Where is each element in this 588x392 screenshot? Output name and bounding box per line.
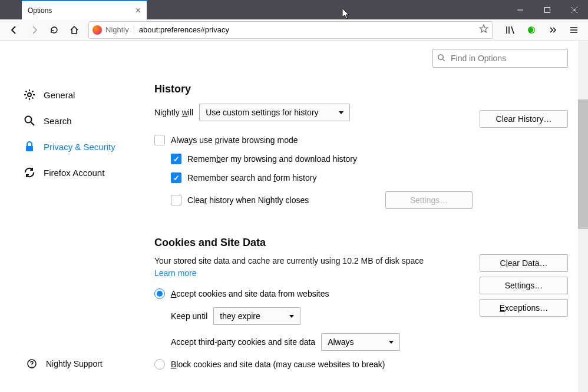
- library-button[interactable]: [501, 21, 520, 39]
- history-heading: History: [154, 83, 473, 95]
- reload-button[interactable]: [45, 21, 64, 39]
- history-mode-dropdown[interactable]: Use custom settings for history: [199, 104, 350, 121]
- remember-browsing-label: Remember my browsing and download histor…: [187, 154, 357, 164]
- svg-rect-1: [545, 7, 550, 12]
- clear-on-close-label: Clear history when Nightly closes: [187, 195, 332, 205]
- preferences-main: History Nightly will Use custom settings…: [141, 41, 588, 392]
- gear-icon: [24, 89, 35, 101]
- scrollbar-thumb[interactable]: [578, 99, 588, 229]
- sidebar-item-privacy[interactable]: Privacy & Security: [0, 134, 141, 160]
- third-party-label: Accept third-party cookies and site data: [171, 337, 315, 347]
- lock-icon: [24, 141, 35, 152]
- url-text: about:preferences#privacy: [139, 25, 479, 34]
- window-titlebar: Options ×: [0, 0, 588, 19]
- block-cookies-label: Block cookies and site data (may cause w…: [171, 360, 385, 369]
- tab-title: Options: [28, 6, 136, 15]
- clear-data-button[interactable]: Clear Data…: [480, 254, 568, 272]
- back-button[interactable]: [5, 21, 24, 39]
- extension-button[interactable]: [522, 21, 541, 39]
- forward-button[interactable]: [25, 21, 44, 39]
- browser-tab[interactable]: Options ×: [22, 0, 147, 19]
- svg-line-10: [31, 122, 35, 126]
- help-icon: [26, 358, 38, 370]
- clear-history-button[interactable]: Clear History…: [480, 110, 568, 128]
- accept-cookies-radio[interactable]: [154, 288, 165, 299]
- private-browsing-checkbox[interactable]: [154, 135, 165, 145]
- svg-point-9: [25, 117, 32, 123]
- window-controls: [507, 0, 588, 19]
- url-bar[interactable]: Nightly about:preferences#privacy: [88, 21, 493, 39]
- cookies-heading: Cookies and Site Data: [154, 237, 473, 249]
- bookmark-star-icon[interactable]: [479, 24, 488, 36]
- search-icon: [437, 54, 446, 62]
- sidebar-item-search[interactable]: Search: [0, 108, 141, 134]
- private-browsing-label: Always use private browsing mode: [171, 135, 298, 145]
- minimize-button[interactable]: [507, 0, 534, 19]
- browser-toolbar: Nightly about:preferences#privacy: [0, 19, 588, 41]
- exceptions-button[interactable]: Exceptions…: [480, 299, 568, 317]
- svg-point-13: [438, 55, 443, 59]
- sidebar-item-label: Firefox Account: [44, 168, 104, 178]
- remember-search-checkbox[interactable]: [171, 172, 181, 183]
- sidebar-item-label: Nightly Support: [46, 359, 103, 368]
- keep-until-dropdown[interactable]: they expire: [213, 307, 300, 325]
- sidebar-item-support[interactable]: Nightly Support: [0, 352, 141, 376]
- remember-browsing-checkbox[interactable]: [171, 154, 181, 164]
- cookies-desc: Your stored site data and cache are curr…: [154, 256, 473, 265]
- svg-point-8: [28, 93, 31, 97]
- clear-on-close-checkbox[interactable]: [171, 195, 181, 205]
- block-cookies-radio[interactable]: [154, 359, 165, 370]
- identity-label: Nightly: [105, 25, 134, 34]
- cookies-settings-button[interactable]: Settings…: [480, 277, 568, 294]
- firefox-icon: [93, 25, 102, 35]
- sidebar-item-general[interactable]: General: [0, 82, 141, 108]
- accept-cookies-label: Accept cookies and site data from websit…: [171, 289, 329, 298]
- sidebar-item-label: General: [44, 90, 75, 100]
- preferences-sidebar: General Search Privacy & Security Firefo…: [0, 41, 141, 392]
- sidebar-item-label: Search: [44, 116, 72, 126]
- svg-line-14: [442, 59, 445, 61]
- sync-icon: [24, 167, 35, 178]
- scrollbar[interactable]: [578, 41, 588, 392]
- remember-search-label: Remember search and form history: [187, 173, 316, 182]
- menu-button[interactable]: [564, 21, 583, 39]
- maximize-button[interactable]: [534, 0, 561, 19]
- close-window-button[interactable]: [561, 0, 588, 19]
- learn-more-link[interactable]: Learn more: [154, 268, 197, 278]
- history-settings-button[interactable]: Settings…: [385, 191, 473, 209]
- keep-until-label: Keep until: [171, 311, 207, 321]
- close-tab-icon[interactable]: ×: [136, 5, 141, 16]
- home-button[interactable]: [65, 21, 84, 39]
- svg-rect-11: [26, 146, 33, 151]
- overflow-button[interactable]: [543, 21, 562, 39]
- search-input[interactable]: [432, 49, 568, 68]
- search-icon: [24, 115, 35, 127]
- history-mode-label: Nightly will: [154, 108, 193, 117]
- sidebar-item-account[interactable]: Firefox Account: [0, 160, 141, 185]
- third-party-dropdown[interactable]: Always: [321, 333, 400, 351]
- sidebar-item-label: Privacy & Security: [44, 142, 115, 152]
